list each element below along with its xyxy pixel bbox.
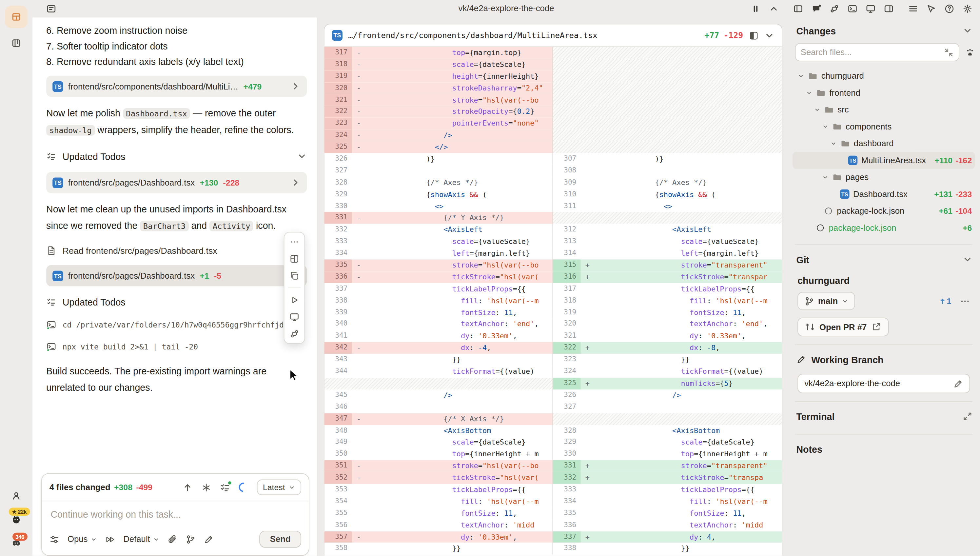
monitor-icon[interactable] — [865, 3, 876, 14]
tree-folder-dashboard[interactable]: dashboard — [793, 135, 975, 152]
file-change-chip[interactable]: TS frontend/src/components/dashboard/Mul… — [46, 76, 307, 97]
expand-icon[interactable] — [962, 411, 973, 422]
tree-file-dashboard-tsx[interactable]: TSDashboard.tsx+131-233 — [793, 186, 975, 202]
repo-name: churnguard — [793, 275, 975, 286]
copy-icon[interactable] — [289, 271, 300, 281]
terminal-icon[interactable] — [848, 3, 858, 14]
search-input[interactable] — [801, 47, 940, 57]
tree-folder-churnguard[interactable]: churnguard — [793, 68, 975, 84]
diff-row: 335- stroke="hsl(var(--bo315+ stroke="tr… — [325, 259, 782, 271]
changes-section-header[interactable]: Changes — [793, 21, 975, 40]
collapse-up-icon[interactable] — [769, 3, 779, 14]
diff-view-icon[interactable] — [289, 254, 300, 264]
diff-row: 342- dx: -4,322+ dx: -8, — [325, 342, 782, 354]
chat-scroll-area[interactable]: 6. Remove zoom instruction noise 7. Soft… — [32, 18, 317, 469]
composer-status-icons: Latest — [182, 480, 301, 495]
drag-dots-icon[interactable] — [289, 237, 300, 247]
diff-cell-empty — [553, 212, 782, 224]
send-button[interactable]: Send — [259, 531, 301, 548]
git-section-header[interactable]: Git — [793, 250, 975, 269]
notes-section-header[interactable]: Notes — [793, 440, 975, 458]
right-panel-icon[interactable] — [884, 3, 894, 14]
diff-cell-del: 357- dy: '0.33em', — [325, 531, 553, 543]
boards-nav-button[interactable] — [11, 38, 21, 48]
file-tree: churnguardfrontendsrccomponentsdashboard… — [793, 68, 975, 236]
terminal-command-row[interactable]: npx vite build 2>&1 | tail -20 — [46, 339, 307, 356]
tree-folder-frontend[interactable]: frontend — [793, 84, 975, 101]
discord-link[interactable]: 346 — [11, 538, 21, 548]
updated-todos-row[interactable]: Updated Todos — [46, 147, 307, 166]
diff-row: 323- pointerEvents="none" — [325, 118, 782, 129]
collapse-tree-icon[interactable] — [944, 47, 954, 57]
chevron-down-icon[interactable] — [764, 30, 775, 40]
sliders-icon[interactable] — [50, 534, 60, 544]
diff-cell-empty — [553, 71, 782, 82]
run-icon[interactable] — [289, 295, 300, 305]
app-logo-active[interactable] — [5, 6, 27, 28]
share-cursor-icon[interactable] — [926, 3, 936, 14]
terminal-section-header[interactable]: Terminal — [793, 407, 975, 425]
split-view-icon[interactable] — [749, 30, 759, 40]
diff-stats: +77 -129 — [704, 31, 743, 40]
ahead-indicator[interactable]: 1 — [939, 296, 951, 306]
file-change-chip-selected[interactable]: TS frontend/src/pages/Dashboard.tsx +1 -… — [46, 265, 307, 286]
model-dropdown[interactable]: Opus — [68, 534, 97, 544]
section-divider — [795, 244, 973, 245]
pen-icon[interactable] — [204, 534, 214, 544]
account-button[interactable] — [11, 491, 21, 501]
branch-row: main 1 — [793, 292, 975, 310]
branch-selector[interactable]: main — [798, 292, 855, 310]
tree-folder-src[interactable]: src — [793, 101, 975, 118]
help-icon[interactable] — [944, 3, 954, 14]
tree-folder-pages[interactable]: pages — [793, 169, 975, 186]
menu-icon[interactable] — [908, 3, 919, 14]
todo-list-item: 8. Remove redundant axis labels (x/y lab… — [46, 54, 307, 70]
working-branch-box[interactable]: vk/4e2a-explore-the-code — [798, 374, 970, 393]
toolbar-divider — [288, 288, 300, 288]
diff-removed: -129 — [724, 31, 743, 40]
updated-todos-row[interactable]: Updated Todos — [46, 293, 307, 311]
tree-file-package-lock-json[interactable]: package-lock.json+6 — [793, 219, 975, 236]
gear-icon[interactable] — [962, 3, 973, 14]
tree-file-package-lock-json[interactable]: package-lock.json+61-104 — [793, 203, 975, 219]
diff-row: 327308 — [325, 165, 782, 177]
pause-icon[interactable] — [751, 3, 761, 14]
diff-cell-ctx: 335 fontSize: 11, — [553, 508, 782, 519]
tree-folder-components[interactable]: components — [793, 118, 975, 135]
left-panel-icon[interactable] — [793, 3, 803, 14]
github-link[interactable]: ★22k — [11, 514, 21, 525]
latest-dropdown[interactable]: Latest — [257, 480, 301, 495]
monitor-icon[interactable] — [289, 312, 300, 322]
diff-cell-ctx: 337 tickLabelProps={{ — [325, 283, 553, 295]
open-pr-button[interactable]: Open PR #7 — [798, 318, 888, 336]
updated-todos-label: Updated Todos — [63, 297, 126, 307]
file-change-chip[interactable]: TS frontend/src/pages/Dashboard.tsx +130… — [46, 172, 307, 193]
diff-cell-del: 331- {/* Y Axis */} — [325, 212, 553, 224]
search-box[interactable] — [795, 43, 960, 61]
read-file-row[interactable]: Read frontend/src/pages/Dashboard.tsx — [46, 242, 307, 259]
arrow-up-icon[interactable] — [182, 482, 192, 492]
todos-status-button[interactable] — [220, 482, 230, 492]
fast-forward-icon[interactable] — [105, 534, 115, 544]
git-compare-icon[interactable] — [829, 3, 840, 14]
git-compare-icon[interactable] — [289, 329, 300, 339]
diff-table[interactable]: 317- top={margin.top}318- scale={dateSca… — [325, 47, 782, 556]
mode-dropdown[interactable]: Default — [123, 534, 159, 544]
diff-cell-empty — [553, 118, 782, 129]
terminal-command-row[interactable]: cd /private/var/folders/10/h7w0q46556ggr… — [46, 317, 307, 333]
more-options-icon[interactable] — [960, 296, 970, 306]
branch-icon[interactable] — [186, 534, 196, 544]
tree-file-multilinearea-tsx[interactable]: TSMultiLineArea.tsx+110-162 — [793, 152, 975, 168]
diff-cell-ctx: 340 textAnchor: 'end', — [325, 318, 553, 330]
edit-icon[interactable] — [953, 379, 963, 389]
chat-bubble-icon[interactable] — [811, 3, 821, 14]
message-input[interactable] — [42, 501, 309, 525]
paperclip-icon[interactable] — [168, 534, 178, 544]
chevron-down-icon — [806, 89, 812, 96]
diff-cell-del: 320- strokeDasharray="2,4" — [325, 82, 553, 94]
asterisk-icon[interactable] — [201, 482, 211, 492]
diff-cell-ctx: 319 fontSize: 11, — [553, 307, 782, 318]
open-pr-label: Open PR #7 — [819, 322, 867, 332]
paw-icon[interactable] — [965, 47, 975, 57]
chevron-right-icon — [291, 178, 301, 188]
